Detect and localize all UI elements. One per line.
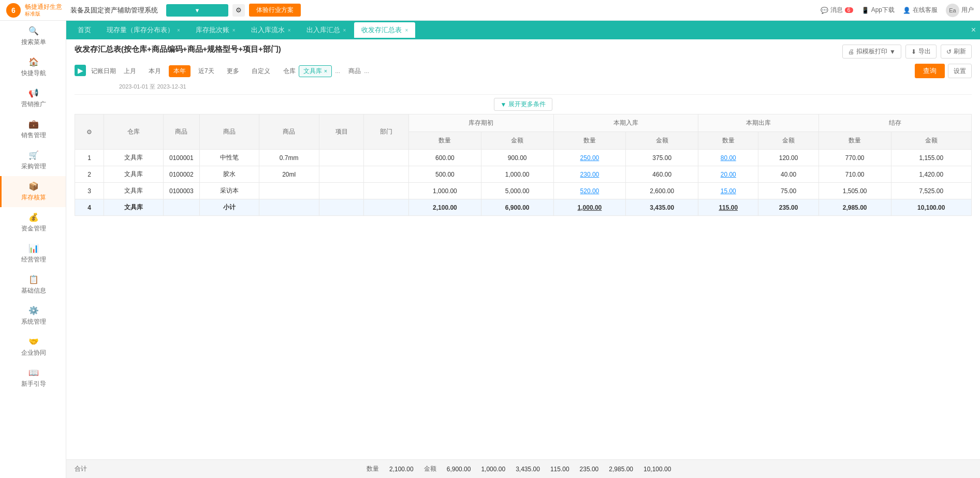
query-btns: 查询 设置 <box>915 64 972 78</box>
tab-inout-summary[interactable]: 出入库汇总 × <box>299 22 354 38</box>
tab-receive-summary[interactable]: 收发存汇总表 × <box>354 22 415 38</box>
row3-bal-qty: 1,505.00 <box>818 183 891 199</box>
row3-start-amt: 5,000.00 <box>481 183 553 199</box>
row3-start-qty: 1,000.00 <box>409 183 481 199</box>
logo-text: 畅捷通好生意 标准版 <box>25 3 62 17</box>
row2-bal-amt: 1,420.00 <box>891 166 971 183</box>
date-btn-this-month[interactable]: 本月 <box>144 65 166 77</box>
export-btn[interactable]: ⬇ 导出 <box>905 45 937 59</box>
sidebar-item-basic[interactable]: 📋 基础信息 <box>0 269 66 300</box>
row1-bal-qty: 770.00 <box>818 150 891 166</box>
search-icon: 🔍 <box>28 26 39 36</box>
date-btn-custom[interactable]: 自定义 <box>247 65 275 77</box>
settings-gear-icon[interactable]: ⚙ <box>232 4 245 17</box>
business-icon: 📊 <box>28 243 39 253</box>
row1-no: 1 <box>75 150 104 166</box>
expand-more-row: ▼ 展开更多条件 <box>75 95 972 114</box>
sidebar-item-marketing[interactable]: 📢 营销推广 <box>0 83 66 114</box>
row3-in-amt: 2,600.00 <box>626 183 698 199</box>
subtotal-start-qty: 2,100.00 <box>409 199 481 216</box>
sidebar-item-quicknav[interactable]: 🏠 快捷导航 <box>0 52 66 83</box>
service-icon: 👤 <box>903 7 911 14</box>
tab-stock-dist[interactable]: 现存量（库存分布表） × <box>99 22 187 38</box>
row1-in-amt: 375.00 <box>626 150 698 166</box>
row3-bal-amt: 7,525.00 <box>891 183 971 199</box>
sidebar-item-collab[interactable]: 🤝 企业协同 <box>0 331 66 363</box>
sidebar-item-inventory[interactable]: 📦 库存核算 <box>0 176 66 207</box>
filter-expand-arrow[interactable]: ▶ <box>75 65 86 76</box>
sidebar-item-purchase[interactable]: 🛒 采购管理 <box>0 145 66 176</box>
date-btn-this-year[interactable]: 本年 <box>169 65 191 77</box>
row3-out-qty[interactable]: 15.00 <box>698 183 758 199</box>
online-service-btn[interactable]: 👤 在线客服 <box>903 6 938 15</box>
row2-in-qty[interactable]: 230.00 <box>553 166 626 183</box>
col-period-start-header: 库存期初 <box>409 114 554 132</box>
warehouse-more-btn[interactable]: ... <box>335 67 340 75</box>
tab-close-inout-flow[interactable]: × <box>288 27 291 33</box>
tab-batch[interactable]: 库存批次账 × <box>188 22 243 38</box>
col-in-amt: 金额 <box>626 132 698 150</box>
header-action-btns: 🖨 拟模板打印 ▼ ⬇ 导出 ↺ 刷新 <box>842 45 972 59</box>
row1-out-qty[interactable]: 80.00 <box>698 150 758 166</box>
main-wrapper: 🔍 搜索菜单 🏠 快捷导航 📢 营销推广 💼 销售管理 🛒 采购管理 📦 库存核… <box>0 21 980 478</box>
row2-spec: 20ml <box>259 166 319 183</box>
setting-btn[interactable]: 设置 <box>948 64 972 78</box>
tab-close-inout-summary[interactable]: × <box>343 27 346 33</box>
row2-start-qty: 500.00 <box>409 166 481 183</box>
goods-more-btn[interactable]: ... <box>364 67 369 75</box>
warehouse-tag-close[interactable]: × <box>324 68 327 74</box>
total-out-qty: 115.00 <box>550 466 569 473</box>
subtotal-in-qty: 1,000.00 <box>553 199 626 216</box>
subtotal-dept <box>364 199 409 216</box>
goods-filter: 商品 ... <box>348 67 369 76</box>
purchase-icon: 🛒 <box>28 150 39 160</box>
warehouse-tag[interactable]: 文具库 × <box>299 65 332 77</box>
tab-close-batch[interactable]: × <box>232 27 236 33</box>
row3-warehouse: 文具库 <box>104 183 164 199</box>
tab-bar-close-btn[interactable]: × <box>971 25 976 35</box>
message-btn[interactable]: 💬 消息 6 <box>821 6 853 15</box>
col-start-qty: 数量 <box>409 132 481 150</box>
col-settings[interactable]: ⚙ <box>75 114 104 150</box>
total-bal-amt: 10,100.00 <box>643 466 671 473</box>
row1-in-qty[interactable]: 250.00 <box>553 150 626 166</box>
tab-close-stock-dist[interactable]: × <box>177 27 180 33</box>
col-out-amt: 金额 <box>758 132 818 150</box>
app-download-btn[interactable]: 📱 App下载 <box>861 6 895 15</box>
subtotal-in-amt: 3,435.00 <box>626 199 698 216</box>
sidebar-item-guide[interactable]: 📖 新手引导 <box>0 363 66 394</box>
sidebar-item-system[interactable]: ⚙️ 系统管理 <box>0 300 66 331</box>
content-area: 首页 现存量（库存分布表） × 库存批次账 × 出入库流水 × 出入库汇总 × … <box>66 21 980 478</box>
row1-out-amt: 120.00 <box>758 150 818 166</box>
finance-icon: 💰 <box>28 212 39 222</box>
experience-btn[interactable]: 体验行业方案 <box>249 4 301 17</box>
tab-home[interactable]: 首页 <box>70 22 98 38</box>
refresh-btn[interactable]: ↺ 刷新 <box>941 45 972 59</box>
expand-more-btn[interactable]: ▼ 展开更多条件 <box>494 98 553 111</box>
date-btn-more[interactable]: 更多 <box>222 65 244 77</box>
page-title: 收发存汇总表(按仓库+商品编码+商品+规格型号+项目+部门) <box>75 45 281 54</box>
tab-close-receive-summary[interactable]: × <box>405 27 408 33</box>
row2-out-qty[interactable]: 20.00 <box>698 166 758 183</box>
collab-icon: 🤝 <box>28 337 39 346</box>
col-project-header: 项目 <box>319 114 364 150</box>
sidebar-item-sales[interactable]: 💼 销售管理 <box>0 114 66 145</box>
query-btn[interactable]: 查询 <box>915 64 945 78</box>
row1-spec: 0.7mm <box>259 150 319 166</box>
col-name-header: 商品 <box>199 114 259 150</box>
date-btn-7days[interactable]: 近7天 <box>194 65 219 77</box>
dropdown-selector[interactable]: ▼ <box>166 4 228 17</box>
row3-in-qty[interactable]: 520.00 <box>553 183 626 199</box>
tab-inout-flow[interactable]: 出入库流水 × <box>244 22 298 38</box>
sidebar-item-business[interactable]: 📊 经营管理 <box>0 238 66 269</box>
date-btn-last-month[interactable]: 上月 <box>119 65 141 77</box>
table-row: 2 文具库 0100002 胶水 20ml 500.00 1,000.00 23… <box>75 166 972 183</box>
row1-start-amt: 900.00 <box>481 150 553 166</box>
row1-code: 0100001 <box>163 150 199 166</box>
sidebar-item-finance[interactable]: 💰 资金管理 <box>0 207 66 238</box>
col-balance-header: 结存 <box>818 114 971 132</box>
row3-out-amt: 75.00 <box>758 183 818 199</box>
print-btn[interactable]: 🖨 拟模板打印 ▼ <box>842 45 901 59</box>
sidebar-item-search[interactable]: 🔍 搜索菜单 <box>0 21 66 52</box>
user-btn[interactable]: Ea 用户 <box>946 4 974 17</box>
